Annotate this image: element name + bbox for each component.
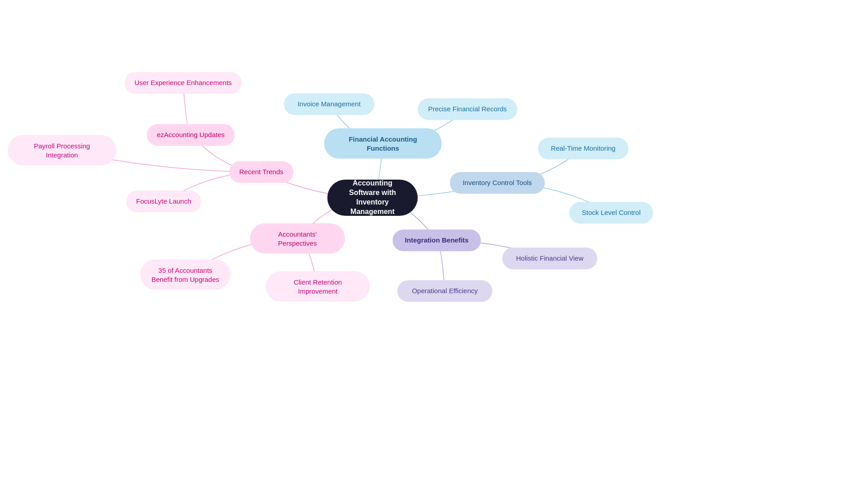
real-time-monitoring-node: Real-Time Monitoring — [538, 138, 628, 159]
operational-efficiency-node: Operational Efficiency — [397, 280, 492, 302]
user-experience-node: User Experience Enhancements — [124, 72, 241, 94]
stock-level-control-node: Stock Level Control — [570, 202, 653, 224]
payroll-processing-node: Payroll Processing Integration — [8, 135, 116, 166]
accountants-perspectives-node: Accountants' Perspectives — [250, 224, 345, 254]
precise-financial-node: Precise Financial Records — [418, 98, 517, 120]
invoice-management-node: Invoice Management — [284, 93, 374, 115]
holistic-financial-node: Holistic Financial View — [502, 247, 597, 269]
focuslyte-launch-node: FocusLyte Launch — [126, 190, 201, 212]
mind-map: Accounting Software with Inventory Manag… — [0, 0, 868, 490]
inventory-control-node: Inventory Control Tools — [450, 172, 545, 194]
financial-accounting-node: Financial Accounting Functions — [324, 128, 442, 159]
center-node: Accounting Software with Inventory Manag… — [327, 180, 418, 216]
integration-benefits-node: Integration Benefits — [393, 229, 481, 251]
recent-trends-node: Recent Trends — [229, 161, 293, 183]
ezaccounting-updates-node: ezAccounting Updates — [147, 124, 235, 146]
client-retention-node: Client Retention Improvement — [266, 271, 370, 302]
accountants-benefit-node: 35 of Accountants Benefit from Upgrades — [140, 260, 231, 290]
